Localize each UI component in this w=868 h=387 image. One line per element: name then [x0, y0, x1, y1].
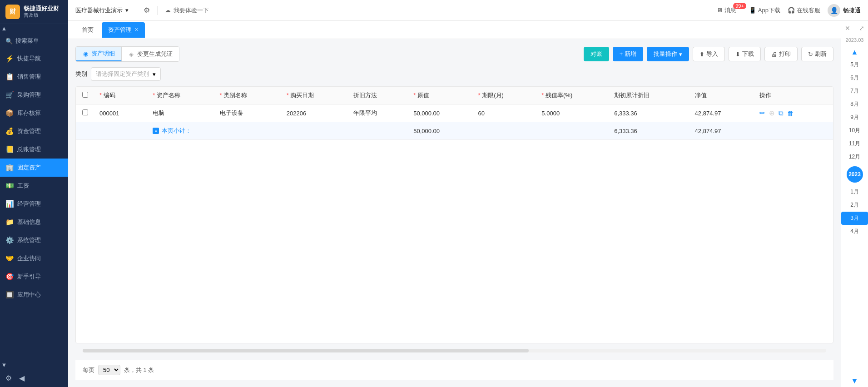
month-2[interactable]: 2月 — [841, 198, 868, 212]
sidebar-item-fixed[interactable]: 🏢 固定资产 — [0, 159, 68, 177]
collab-icon: 🤝 — [5, 254, 14, 263]
apps-icon: 🔲 — [5, 291, 14, 299]
sidebar-scroll-down[interactable]: ▼ — [0, 361, 8, 369]
row-residual-rate: 5.0000 — [536, 104, 609, 122]
app-download-button[interactable]: 📱 App下载 — [749, 6, 780, 15]
sidebar-item-sales[interactable]: 📋 销售管理 — [0, 68, 68, 86]
finance-icon: 💰 — [5, 127, 14, 135]
right-panel-expand[interactable]: ⤢ — [859, 25, 864, 32]
month-11[interactable]: 11月 — [841, 137, 868, 150]
pagination: 每页 50 条，共 1 条 — [75, 360, 833, 380]
tab-asset-close[interactable]: ✕ — [134, 27, 139, 33]
message-icon: 🖥 — [717, 7, 723, 14]
row-checkbox-cell — [76, 104, 94, 122]
duplicate-icon[interactable]: ⧉ — [779, 109, 784, 117]
month-4[interactable]: 4月 — [841, 225, 868, 238]
sidebar-item-guide[interactable]: 🎯 新手引导 — [0, 268, 68, 286]
sidebar-item-payroll[interactable]: 💵 工资 — [0, 177, 68, 195]
th-checkbox — [76, 87, 94, 104]
reconcile-button[interactable]: 对账 — [584, 47, 609, 61]
tab-home-label: 首页 — [82, 26, 94, 34]
sidebar-item-purchase[interactable]: 🛒 采购管理 — [0, 86, 68, 104]
copy-icon[interactable]: ⊕ — [769, 109, 775, 117]
refresh-button[interactable]: ↻ 刷新 — [801, 47, 833, 61]
sidebar-item-base[interactable]: 📁 基础信息 — [0, 213, 68, 231]
subtotal-empty-1 — [76, 122, 94, 140]
download-label: 下载 — [742, 50, 754, 58]
sub-tab-bar: ◉ 资产明细 ◈ 变更生成凭证 — [75, 46, 179, 62]
refresh-label: 刷新 — [815, 50, 827, 58]
month-3-current[interactable]: 3月 — [841, 212, 868, 225]
sidebar-item-ledger[interactable]: 📒 总账管理 — [0, 140, 68, 159]
table-row: 000001 电脑 电子设备 202206 年限平均 50,000.00 60 … — [76, 104, 833, 122]
print-button[interactable]: 🖨 打印 — [764, 47, 798, 61]
row-name: 电脑 — [147, 104, 214, 122]
sidebar-ledger-label: 总账管理 — [17, 145, 41, 154]
h-scrollbar-thumb[interactable] — [83, 349, 529, 352]
th-purchase-date: 购买日期 — [281, 87, 348, 104]
feedback-link[interactable]: ☁ 我要体验一下 — [165, 6, 209, 15]
page-content: 首页 资产管理 ✕ ◉ 资产明细 ◈ — [68, 21, 841, 387]
month-6[interactable]: 6月 — [841, 71, 868, 84]
settings-icon[interactable]: ⚙ — [144, 6, 150, 15]
month-8[interactable]: 8月 — [841, 98, 868, 111]
sub-tab-asset-detail[interactable]: ◉ 资产明细 — [76, 47, 122, 61]
filter-category-select[interactable]: 请选择固定资产类别 ▾ — [91, 67, 161, 81]
sidebar-item-collab[interactable]: 🤝 企业协同 — [0, 249, 68, 268]
sidebar-item-ops[interactable]: 📊 经营管理 — [0, 195, 68, 213]
sidebar-item-system[interactable]: ⚙️ 系统管理 — [0, 231, 68, 249]
batch-ops-label: 批量操作 — [654, 50, 677, 58]
month-9[interactable]: 9月 — [841, 111, 868, 124]
row-initial-depreciation: 6,333.36 — [609, 104, 689, 122]
month-5[interactable]: 5月 — [841, 58, 868, 71]
month-10[interactable]: 10月 — [841, 124, 868, 137]
total-count-label: 条，共 1 条 — [124, 366, 154, 374]
guide-icon: 🎯 — [5, 273, 14, 281]
asset-table: 编码 资产名称 类别名称 购买日期 折旧方法 原值 期限(月) 残值率(%) 期… — [76, 87, 833, 140]
topbar: 医疗器械行业演示 ▾ ⚙ ☁ 我要体验一下 🖥 消息 99+ 📱 App下载 🎧… — [68, 0, 868, 21]
sidebar-nav: 📋 销售管理 🛒 采购管理 📦 库存核算 💰 资金管理 📒 总账管理 🏢 固定资… — [0, 68, 68, 361]
select-all-checkbox[interactable] — [82, 92, 88, 98]
sidebar-item-inventory[interactable]: 📦 库存核算 — [0, 104, 68, 122]
sub-tab-gen-voucher[interactable]: ◈ 变更生成凭证 — [122, 47, 179, 61]
sidebar-quicknav-label: 快捷导航 — [17, 55, 41, 63]
right-panel-scroll-down[interactable]: ▼ — [849, 375, 860, 387]
user-avatar: 👤 — [828, 4, 840, 17]
download-button[interactable]: ⬇ 下载 — [729, 47, 761, 61]
month-7[interactable]: 7月 — [841, 84, 868, 98]
collapse-icon[interactable]: ◀ — [19, 374, 25, 382]
print-label: 打印 — [779, 50, 791, 58]
tab-home[interactable]: 首页 — [75, 22, 100, 38]
row-checkbox[interactable] — [82, 109, 88, 115]
import-label: 导入 — [706, 50, 718, 58]
topbar-divider-2 — [157, 6, 158, 15]
edit-icon[interactable]: ✏ — [759, 109, 765, 117]
settings-bottom-icon[interactable]: ⚙ — [5, 374, 12, 382]
message-button[interactable]: 🖥 消息 99+ — [717, 6, 742, 15]
month-1[interactable]: 1月 — [841, 185, 868, 198]
service-label: 在线客服 — [797, 6, 820, 15]
month-12[interactable]: 12月 — [841, 150, 868, 164]
company-selector[interactable]: 医疗器械行业演示 ▾ — [75, 6, 129, 15]
h-scrollbar[interactable] — [83, 349, 826, 352]
payroll-icon: 💵 — [5, 182, 14, 190]
sidebar-item-finance[interactable]: 💰 资金管理 — [0, 122, 68, 140]
row-actions: ✏ ⊕ ⧉ 🗑 — [754, 104, 833, 122]
new-button[interactable]: + 新增 — [613, 47, 643, 61]
customer-service-button[interactable]: 🎧 在线客服 — [788, 6, 820, 15]
asset-detail-icon: ◉ — [82, 50, 89, 57]
per-page-label: 每页 — [83, 366, 94, 374]
batch-ops-button[interactable]: 批量操作 ▾ — [647, 47, 689, 61]
sidebar-item-apps[interactable]: 🔲 应用中心 — [0, 286, 68, 304]
sidebar-search[interactable]: 🔍 搜索菜单 — [0, 32, 68, 50]
right-panel-close[interactable]: ✕ — [845, 25, 850, 32]
sidebar-item-quicknav[interactable]: ⚡ 快捷导航 — [0, 50, 68, 68]
row-code: 000001 — [94, 104, 147, 122]
import-button[interactable]: ⬆ 导入 — [693, 47, 725, 61]
per-page-select[interactable]: 50 — [98, 365, 120, 375]
user-menu[interactable]: 👤 畅捷通 — [828, 4, 861, 17]
tab-asset[interactable]: 资产管理 ✕ — [102, 22, 145, 38]
sidebar-scroll-up[interactable]: ▲ — [0, 24, 8, 32]
right-panel-scroll-up[interactable]: ▲ — [849, 46, 860, 58]
delete-icon[interactable]: 🗑 — [787, 109, 794, 117]
